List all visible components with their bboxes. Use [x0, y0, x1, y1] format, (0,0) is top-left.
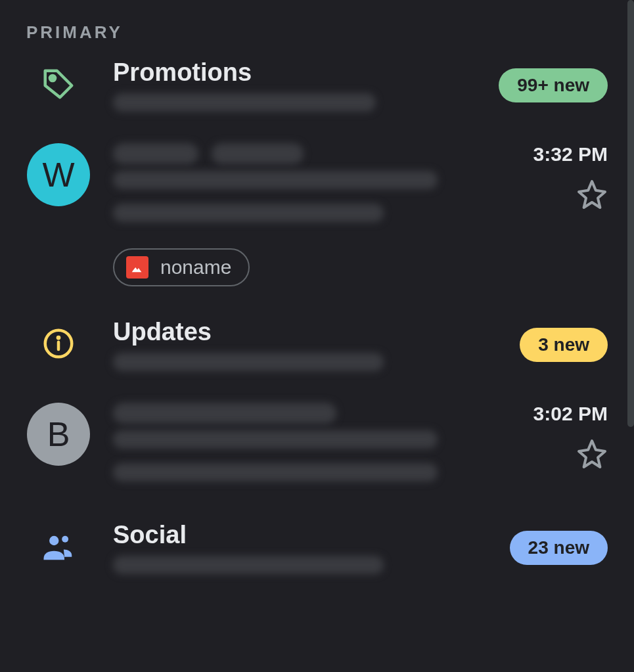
- category-promotions[interactable]: Promotions 99+ new: [0, 43, 634, 127]
- attachment-chip[interactable]: noname: [113, 248, 250, 286]
- email-time: 3:02 PM: [533, 403, 608, 425]
- category-social[interactable]: Social 23 new: [0, 505, 634, 590]
- sender-name-redacted: [113, 403, 336, 424]
- star-icon[interactable]: [576, 179, 608, 210]
- category-updates[interactable]: Updates 3 new: [0, 302, 634, 387]
- badge-new-count: 23 new: [510, 531, 608, 565]
- inbox-list[interactable]: PRIMARY Promotions 99+ new W: [0, 0, 634, 672]
- badge-new-count: 3 new: [520, 328, 608, 362]
- avatar[interactable]: W: [27, 143, 90, 206]
- section-label-primary: PRIMARY: [0, 0, 634, 43]
- sender-name-redacted: [113, 143, 198, 164]
- info-icon: [41, 326, 76, 364]
- people-icon: [41, 529, 76, 567]
- category-senders-preview: [113, 353, 384, 371]
- image-icon: [126, 256, 148, 279]
- email-snippet-redacted: [113, 204, 384, 222]
- svg-point-0: [50, 75, 55, 80]
- svg-point-4: [49, 535, 58, 545]
- email-subject-redacted: [113, 430, 438, 449]
- category-title: Promotions: [113, 58, 463, 87]
- email-snippet-redacted: [113, 463, 438, 482]
- email-time: 3:32 PM: [533, 143, 608, 166]
- star-icon[interactable]: [576, 438, 608, 470]
- email-subject-redacted: [113, 171, 438, 189]
- scrollbar[interactable]: [627, 0, 634, 427]
- category-title: Social: [113, 521, 474, 549]
- avatar[interactable]: B: [27, 403, 90, 466]
- sender-extra-redacted: [212, 143, 304, 164]
- tag-icon: [41, 66, 76, 104]
- email-row[interactable]: B 3:02 PM: [0, 387, 634, 505]
- category-title: Updates: [113, 318, 474, 346]
- badge-new-count: 99+ new: [499, 68, 608, 102]
- category-senders-preview: [113, 556, 384, 574]
- attachment-label: noname: [160, 256, 231, 279]
- category-senders-preview: [113, 93, 376, 112]
- email-row[interactable]: W noname 3:32 PM: [0, 127, 634, 302]
- svg-point-5: [62, 535, 68, 542]
